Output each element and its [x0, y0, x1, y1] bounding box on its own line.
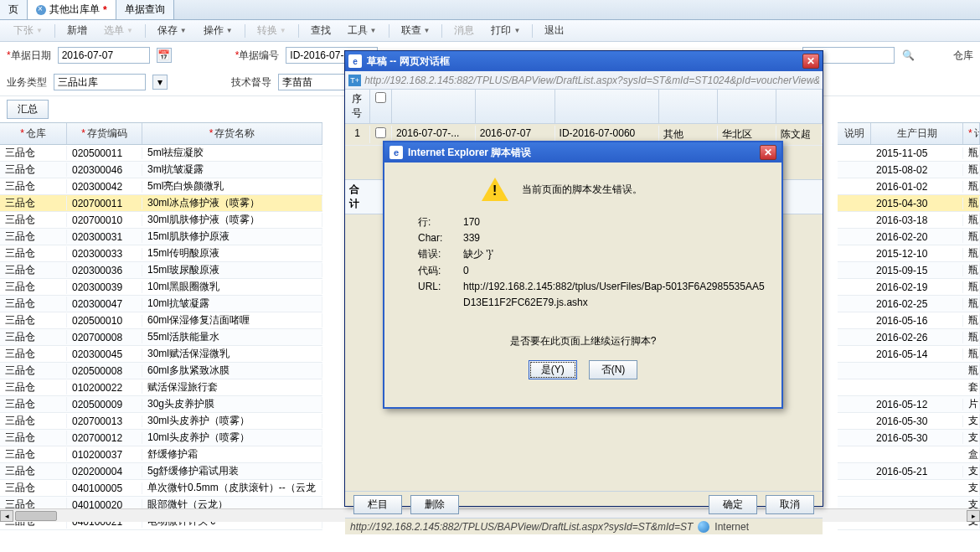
table-row[interactable]: 2016-05-30支	[838, 413, 980, 430]
table-row[interactable]: 2016-02-20瓶	[838, 229, 980, 245]
delete-button[interactable]: 删除	[410, 495, 459, 514]
search-icon[interactable]: 🔍	[901, 49, 915, 62]
table-row[interactable]: 三品仓02070001030ml肌肤修护液（喷雾）	[0, 212, 322, 229]
table-row[interactable]: 2015-08-02瓶	[838, 162, 980, 178]
save-button[interactable]: 保存▼	[151, 22, 193, 39]
print-button[interactable]: 打印▼	[484, 22, 527, 39]
warning-icon: !	[482, 176, 508, 203]
draft-check-all[interactable]	[375, 92, 386, 103]
summary-button[interactable]: 汇总	[7, 100, 49, 119]
col-inv-code[interactable]: *存货编码	[67, 123, 142, 144]
message-button[interactable]: 消息	[447, 22, 481, 39]
cell-inv-code: 020300033	[67, 248, 142, 260]
linked-query-button[interactable]: 联查▼	[395, 22, 437, 39]
table-row[interactable]: 支	[838, 480, 980, 497]
col-desc[interactable]: 说明	[838, 123, 871, 144]
col-prod-date[interactable]: 生产日期	[871, 123, 963, 144]
draft-col-seq[interactable]: 序号	[345, 90, 370, 123]
scroll-right-icon[interactable]: ▸	[967, 510, 980, 522]
col-warehouse[interactable]: *仓库	[0, 123, 67, 144]
error-message: 当前页面的脚本发生错误。	[522, 183, 642, 197]
draft-col-b[interactable]	[476, 90, 555, 123]
scroll-left-icon[interactable]: ◂	[0, 510, 13, 522]
draft-col-e[interactable]	[718, 90, 776, 123]
table-row[interactable]: 三品仓02070001210ml头皮养护（喷雾）	[0, 430, 322, 446]
table-row[interactable]: 2016-05-12片	[838, 396, 980, 413]
tab-other-outbound[interactable]: 其他出库单 *	[28, 0, 116, 19]
error-title-bar[interactable]: e Internet Explorer 脚本错误 ✕	[384, 142, 781, 163]
close-icon[interactable]: ✕	[802, 54, 819, 69]
table-row[interactable]: 盒	[838, 446, 980, 463]
next-doc-button[interactable]: 下张▼	[7, 22, 49, 39]
table-row[interactable]: 2016-02-25瓶	[838, 296, 980, 312]
table-row[interactable]: 三品仓010200037舒缓修护霜	[0, 446, 322, 463]
select-doc-button[interactable]: 选单▼	[97, 22, 140, 39]
table-row[interactable]: 三品仓02050000930g头皮养护膜	[0, 396, 322, 413]
exit-button[interactable]: 退出	[538, 22, 571, 39]
operate-button[interactable]: 操作▼	[197, 22, 240, 39]
table-row[interactable]: 三品仓0203000463ml抗皱凝露	[0, 162, 322, 178]
table-row[interactable]: 2016-02-19瓶	[838, 279, 980, 296]
table-row[interactable]: 三品仓02030003315ml传明酸原液	[0, 245, 322, 262]
table-row[interactable]: 2015-12-10瓶	[838, 245, 980, 262]
table-row[interactable]: 三品仓040100005单次微针0.5mm（皮肤滚针）--（云龙	[0, 480, 322, 497]
table-row[interactable]: 2015-11-05瓶	[838, 145, 980, 162]
date-input[interactable]	[58, 47, 150, 64]
draft-row-checkbox[interactable]	[375, 127, 386, 138]
table-row[interactable]: 套	[838, 379, 980, 396]
table-row[interactable]: 三品仓0203000425ml亮白焕颜微乳	[0, 178, 322, 195]
scroll-thumb[interactable]	[15, 511, 57, 521]
table-row[interactable]: 三品仓0205000115ml祛痘凝胶	[0, 145, 322, 162]
yes-button[interactable]: 是(Y)	[529, 360, 577, 379]
table-row[interactable]: 2016-03-18瓶	[838, 212, 980, 229]
table-row[interactable]: 2016-05-14瓶	[838, 346, 980, 363]
close-tab-icon[interactable]	[36, 5, 46, 15]
col-unit[interactable]: *计	[963, 123, 980, 144]
table-row[interactable]: 2015-09-15瓶	[838, 262, 980, 279]
table-row[interactable]: 2015-04-30瓶	[838, 195, 980, 212]
table-row[interactable]: 三品仓02030003615ml玻尿酸原液	[0, 262, 322, 279]
table-row[interactable]: 2016-02-26瓶	[838, 329, 980, 346]
draft-col-d[interactable]	[659, 90, 718, 123]
table-row[interactable]: 瓶	[838, 363, 980, 379]
draft-title-bar[interactable]: e 草稿 -- 网页对话框 ✕	[345, 51, 823, 71]
date-picker-icon[interactable]: 📅	[157, 48, 172, 63]
new-button[interactable]: 新增	[60, 22, 94, 39]
tools-button[interactable]: 工具▼	[341, 22, 384, 39]
ok-button[interactable]: 确定	[709, 495, 757, 514]
table-row[interactable]: 三品仓02070001330ml头皮养护（喷雾）	[0, 413, 322, 430]
cancel-button[interactable]: 取消	[766, 495, 814, 514]
draft-col-c[interactable]	[555, 90, 660, 123]
table-row[interactable]: 三品仓02030003115ml肌肤修护原液	[0, 229, 322, 245]
table-row[interactable]: 三品仓02030004530ml赋活保湿微乳	[0, 346, 322, 363]
no-button[interactable]: 否(N)	[589, 360, 638, 379]
biztype-dropdown-icon[interactable]: ▾	[152, 75, 168, 90]
table-row[interactable]: 2016-05-30支	[838, 430, 980, 446]
cell-unit: 片	[963, 397, 980, 411]
table-row[interactable]: 2016-01-02瓶	[838, 178, 980, 195]
close-icon[interactable]: ✕	[760, 145, 776, 160]
convert-button[interactable]: 转换▼	[250, 22, 293, 39]
columns-button[interactable]: 栏目	[353, 495, 402, 514]
table-row[interactable]: 三品仓010200022赋活保湿旅行套	[0, 379, 322, 396]
table-row[interactable]: 三品仓02050000860ml多肽紧致冰膜	[0, 363, 322, 379]
draft-col-check[interactable]	[370, 90, 392, 123]
table-row[interactable]: 2016-05-16瓶	[838, 312, 980, 329]
table-row[interactable]: 三品仓02030003910ml黑眼圈微乳	[0, 279, 322, 296]
biztype-select[interactable]	[54, 74, 146, 90]
col-inv-name[interactable]: *存货名称	[142, 123, 322, 144]
table-row[interactable]: 三品仓0202000045g舒缓修护霜试用装	[0, 463, 322, 480]
table-row[interactable]: 2016-05-21支	[838, 463, 980, 480]
table-row[interactable]: 三品仓02050001060ml保湿修复洁面啫喱	[0, 312, 322, 329]
table-row[interactable]: 三品仓02070001130ml冰点修护液（喷雾）	[0, 195, 322, 212]
cell-inv-name: 5ml亮白焕颜微乳	[142, 179, 322, 193]
table-row[interactable]: 三品仓02030004710ml抗皱凝露	[0, 296, 322, 312]
table-row[interactable]: 三品仓02070000855ml活肤能量水	[0, 329, 322, 346]
draft-col-a[interactable]	[392, 90, 476, 123]
search-button[interactable]: 查找	[304, 22, 338, 39]
draft-status-url: http://192.168.2.145:882/TPLUS/BAPView/D…	[350, 521, 693, 533]
draft-col-f[interactable]	[776, 90, 823, 123]
tab-prev[interactable]: 页	[0, 0, 28, 19]
cell-inv-name: 60ml保湿修复洁面啫喱	[142, 313, 322, 328]
tab-doc-query[interactable]: 单据查询	[116, 0, 174, 19]
